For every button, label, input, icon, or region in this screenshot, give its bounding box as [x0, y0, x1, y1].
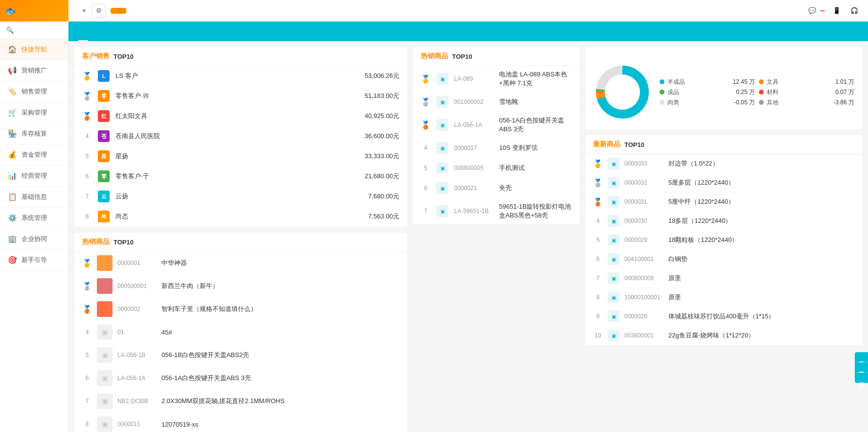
rank-number: 5: [82, 352, 92, 359]
sidebar-item-enterprise[interactable]: 🏢 企业协同: [0, 229, 68, 250]
product-name: 智利车子里（规格不知道填什么）: [161, 305, 399, 313]
product-code: 0000002: [117, 306, 157, 312]
rank-number: 6: [421, 185, 431, 192]
message-icon: 💬: [808, 7, 816, 14]
message-button[interactable]: 💬: [808, 7, 825, 14]
product-thumb: ▣: [436, 73, 448, 85]
sidebar-item-finance[interactable]: 💰 资金管理: [0, 144, 68, 166]
sidebar-label-guide: 新手引导: [22, 256, 47, 264]
online-service-button[interactable]: 🎧: [850, 7, 860, 14]
sidebar-icon-basic-info: 📋: [8, 192, 17, 201]
rank-number: 7: [593, 275, 603, 282]
float-community-button[interactable]: 服务社区: [855, 362, 868, 373]
product-name: 056-1A白色按键开关盖ABS 3壳: [161, 374, 399, 383]
product-name: 新西兰牛肉（新牛）: [161, 282, 399, 290]
legend-item: 文具 1.01 万: [759, 78, 854, 86]
sidebar-item-quick-nav[interactable]: 🏠 快捷导航: [0, 39, 68, 60]
newest-code: 004100001: [624, 256, 663, 263]
float-hotline-button[interactable]: 客服热线: [855, 352, 868, 362]
legend-value: -0.05 万: [734, 98, 755, 107]
newest-code: 0000031: [624, 198, 663, 205]
legend-label: 材料: [767, 88, 832, 96]
product-name: 中华神器: [161, 259, 399, 267]
float-live-button[interactable]: 直播: [855, 373, 868, 383]
hot-product-mid-item: 6 ▣ 0000021 夹壳: [413, 178, 579, 198]
newest-code: 003800001: [624, 332, 663, 339]
rank-number: 4: [82, 329, 92, 336]
product-thumb: ▣: [436, 142, 448, 154]
product-code: LA-056-1A: [117, 375, 157, 382]
newest-product-item: 4 ▣ 0000030 18多层（1220*2440）: [585, 212, 862, 231]
sidebar-item-purchase[interactable]: 🛒 采购管理: [0, 102, 68, 123]
product-thumb: ▣: [436, 119, 448, 131]
page-header: [69, 22, 868, 41]
sidebar-label-basic-info: 基础信息: [22, 192, 47, 201]
product-code: LA-089: [454, 75, 493, 82]
medal-icon: 🥉: [421, 120, 431, 130]
rank-number: 5: [593, 237, 603, 243]
newest-thumb: ▣: [608, 330, 619, 341]
sidebar-item-marketing[interactable]: 📢 营销推广: [0, 60, 68, 81]
customer-name: 零售客户·许: [115, 92, 359, 100]
customer-panel-header: 客户销售 TOP10: [74, 47, 407, 66]
hot-products-mid-panel: 热销商品 TOP10 🥇 ▣ LA-089 电池盖 LA-089 ABS本色+黑…: [413, 47, 579, 224]
app-download-button[interactable]: 📱: [833, 7, 843, 14]
newest-name: 18颗粒板（1220*2440）: [668, 236, 854, 244]
rank-number: 5: [82, 153, 92, 160]
product-name: 59651-1B旋转投影灯电池盒ABS黑色+58壳: [499, 202, 571, 220]
float-buttons: 客服热线 服务社区 直播: [855, 352, 868, 383]
medal-icon: 🥉: [82, 305, 92, 314]
medal-icon: 🥇: [82, 72, 92, 81]
newest-name: 原垩: [668, 274, 854, 283]
product-thumb-img: [97, 255, 113, 271]
inventory-chart: 半成品 12.45 万 文具 1.01 万 成品 0.25 万 材料 0.07 …: [593, 63, 854, 121]
rank-number: 9: [593, 313, 603, 320]
product-name: 12070519-xs: [161, 421, 399, 428]
home-tab[interactable]: [78, 22, 88, 41]
newest-thumb: ▣: [608, 272, 619, 284]
sidebar-icon-guide: 🎯: [8, 256, 17, 264]
newest-thumb: ▣: [608, 215, 619, 227]
newest-product-item: 6 ▣ 004100001 白钢垫: [585, 250, 862, 269]
sidebar-item-basic-info[interactable]: 📋 基础信息: [0, 187, 68, 208]
customer-avatar: 零: [98, 170, 110, 182]
legend-value: 12.45 万: [733, 78, 755, 86]
hot-products-main-panel: 热销商品 TOP10 🥇 0000001 中华神器 🥈 000500001 新西…: [74, 233, 407, 432]
product-thumb-img: [97, 301, 113, 317]
newest-code: 10000100001: [624, 294, 663, 301]
hot-products-main-top10: TOP10: [114, 239, 134, 246]
sidebar-item-guide[interactable]: 🎯 新手引导: [0, 250, 68, 271]
product-code: 01: [117, 329, 157, 336]
legend-item: 肉类 -0.05 万: [660, 98, 755, 107]
content-area: 客户销售 TOP10 🥇 L LS 客户 53,006.26元 🥈 零 零售客户…: [69, 41, 868, 432]
product-code: LA-056-1B: [117, 352, 157, 359]
product-thumb-placeholder: ▣: [97, 370, 113, 386]
gear-button[interactable]: ⚙: [92, 4, 106, 18]
logo-area: 🐟: [0, 0, 69, 22]
sidebar-item-system[interactable]: ⚙️ 系统管理: [0, 208, 68, 229]
search-menu-button[interactable]: 🔍: [0, 22, 68, 39]
sidebar-item-operations[interactable]: 📊 经营管理: [0, 166, 68, 187]
hot-products-mid-list: 🥇 ▣ LA-089 电池盖 LA-089 ABS本色+黑种 7.1克 🥈 ▣ …: [413, 66, 579, 224]
rank-number: 8: [82, 421, 92, 428]
newest-products-title: 最新商品: [593, 140, 620, 149]
customer-amount: 21,680.00元: [365, 172, 399, 181]
donut-chart: [593, 63, 652, 121]
sidebar-icon-finance: 💰: [8, 150, 17, 159]
topbar-middle: ▼ ⚙: [69, 4, 808, 18]
product-name: 056-1B白色按键开关盖ABS2壳: [161, 351, 399, 360]
sidebar-item-sales[interactable]: 🏷️ 销售管理: [0, 81, 68, 102]
legend-item: 材料 0.07 万: [759, 88, 854, 96]
customer-amount: 53,006.26元: [365, 72, 399, 80]
sidebar-item-inventory[interactable]: 🏪 库存核算: [0, 123, 68, 144]
sidebar-label-enterprise: 企业协同: [22, 235, 47, 243]
trial-button[interactable]: [111, 8, 126, 14]
product-code: 001000002: [454, 98, 493, 105]
newest-thumb: ▣: [608, 196, 619, 208]
product-code: LA-056-1A: [454, 121, 493, 128]
inventory-legend: 半成品 12.45 万 文具 1.01 万 成品 0.25 万 材料 0.07 …: [660, 78, 854, 107]
sidebar-icon-marketing: 📢: [8, 66, 17, 75]
rank-number: 7: [421, 208, 431, 215]
product-code: LA-59651-1B: [454, 208, 493, 215]
system-arrow-icon[interactable]: ▼: [81, 7, 87, 14]
